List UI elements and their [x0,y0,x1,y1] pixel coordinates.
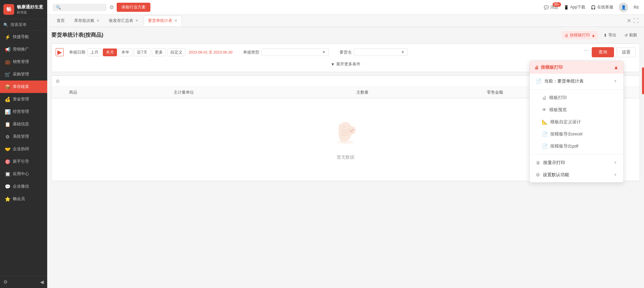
item-export-excel-left: 📄 按模板导出excel [542,131,582,137]
nav-label-qiye: 企业协同 [13,146,29,152]
item-display-print-left: 🖥 按显示打印 [536,160,565,166]
sidebar-item-qiyeweixin[interactable]: 💬 企业微信 [0,180,47,193]
sidebar-search[interactable]: 🔍 搜索菜单 [0,19,47,31]
tab-kucun-pizhang-close[interactable]: ✕ [96,19,99,23]
service-icon: 🎧 [591,5,596,10]
date-btn-7days[interactable]: 近7天 [134,49,150,56]
tab-yaohuo-close[interactable]: ✕ [174,19,177,23]
sidebar-item-qiye[interactable]: 🤝 企业协同 [0,143,47,155]
filter-expand-icon[interactable]: ▶ [56,48,64,56]
nav-icon-xinshou: 🎯 [4,159,11,164]
sidebar-item-jichu[interactable]: 📋 基础信息 [0,118,47,130]
nav-label-yingyong: 应用中心 [13,171,29,177]
logo-text: 畅康通好生意 标准版 [17,4,43,14]
sidebar-item-zijin[interactable]: 💰 资金管理 [0,93,47,105]
dropdown-title: 🖨 按模板打印 [534,64,563,70]
sidebar-item-xiaoshou[interactable]: 💼 销售管理 [0,56,47,68]
sound-icon[interactable]: ◀ [40,279,44,285]
dropdown-title-label: 按模板打印 [541,64,563,70]
trial-button[interactable]: 体验行业方案 [117,3,150,12]
dropdown-item-export-excel[interactable]: 📄 按模板导出excel [530,128,623,140]
filter-row-1: ▶ 单据日期 上月 本月 本年 近7天 更多 自定义 2023-06-01 至 … [56,47,636,57]
sidebar-item-kuaijie[interactable]: ⚡ 快捷导航 [0,31,47,43]
page-header: 要货单统计表(按商品) 🖨 按模板打印 ▲ ⬆ 导出 ↺ 刷新 [51,31,640,39]
print-icon: 🖨 [564,33,568,38]
item-export-pdf-label: 按模板导出pdf [550,143,578,149]
query-button[interactable]: 查询 [592,47,614,57]
logo-icon: 畅 [3,4,14,15]
topbar-gear-icon[interactable]: ⚙ [109,4,114,10]
sidebar-item-caigou[interactable]: 🛒 采购管理 [0,68,47,81]
sidebar-item-huiyuan[interactable]: ⭐ 畅会员 [0,193,47,205]
sidebar-item-kucun[interactable]: 📦 库存核算 [0,81,47,93]
export-button[interactable]: ⬆ 导出 [601,31,619,39]
print-template-button[interactable]: 🖨 按模板打印 ▲ [562,31,598,39]
yaohuo-select[interactable]: ▼ [354,49,408,56]
date-btn-bennian[interactable]: 本年 [118,49,133,56]
sidebar-item-xitong[interactable]: ⚙ 系统管理 [0,130,47,143]
topbar-right: 💬 消息 99+ 📱 App下载 🎧 在线客服 👤 Rit [544,3,639,12]
topbar-left: 🔍 ⚙ 体验行业方案 [53,3,540,12]
dropdown-section-display: 🖥 按显示打印 ▼ ⚙ 设置默认功能 ▼ [530,155,623,182]
dropdown-item-template-print[interactable]: 🖨 模板打印 [530,92,623,104]
date-btn-shangyu[interactable]: 上月 [87,49,101,56]
item-display-print-arrow: ▼ [613,160,617,165]
dropdown-section-current: 📄 当前：要货单统计表 ▼ [530,74,623,89]
online-service-button[interactable]: 🎧 在线客服 [591,4,613,10]
tab-home[interactable]: 首页 [53,16,69,26]
item-template-print-label: 模板打印 [549,95,567,101]
date-btn-benyue[interactable]: 本月 [103,49,117,56]
dropdown-item-template-preview[interactable]: 👁 模板预览 [530,104,623,116]
item-template-preview-label: 模板预览 [549,107,567,113]
tabs-close-icon[interactable]: ✕ [627,18,631,24]
nav-label-kuaijie: 快捷导航 [13,34,29,40]
item-template-design-label: 模板自定义设计 [550,119,581,125]
print-template-label: 按模板打印 [570,32,590,38]
item-export-excel-label: 按模板导出excel [550,131,582,137]
refresh-button[interactable]: ↺ 刷新 [622,31,640,39]
settings-button[interactable]: 设置 [617,47,636,57]
expand-more-label: 展开更多条件 [336,61,360,67]
yaohuo-label: 要货仓 [340,50,352,55]
dropdown-divider-1 [530,89,623,90]
dropdown-item-display-print[interactable]: 🖥 按显示打印 ▼ [530,157,623,169]
dropdown-current-item[interactable]: 📄 当前：要货单统计表 ▼ [530,75,623,87]
sidebar-item-xinshou[interactable]: 🎯 新手引导 [0,155,47,168]
dropdown-item-default-func[interactable]: ⚙ 设置默认功能 ▼ [530,169,623,181]
tab-kucun-pizhang[interactable]: 库存批次账 ✕ [70,16,104,26]
dropdown-current-label: 当前：要货单统计表 [544,78,584,84]
messages-button[interactable]: 💬 消息 99+ [544,4,558,10]
item-template-preview-icon: 👁 [542,107,547,113]
svg-point-1 [348,126,356,134]
page-content: 要货单统计表(按商品) 🖨 按模板打印 ▲ ⬆ 导出 ↺ 刷新 [47,27,644,288]
date-btn-custom[interactable]: 自定义 [167,49,185,56]
avatar[interactable]: 👤 [619,3,628,12]
tab-yaohuo[interactable]: 要货单统计表 ✕ [144,15,182,26]
sidebar-item-yingyong[interactable]: 🔲 应用中心 [0,168,47,180]
dropdown-print-icon: 🖨 [534,65,539,70]
table-gear-icon[interactable]: ⚙ [56,78,60,84]
nav-icon-qiye: 🤝 [4,147,11,152]
type-select[interactable]: ▼ [261,49,329,56]
date-btn-more[interactable]: 更多 [152,49,166,56]
settings-bottom-icon[interactable]: ⚙ [3,279,8,285]
dropdown-current-arrow: ▼ [613,79,617,84]
sidebar-item-yingxiao[interactable]: 📢 营销推广 [0,43,47,56]
sidebar-item-jingying[interactable]: 📊 经营管理 [0,105,47,118]
item-default-func-icon: ⚙ [536,172,540,178]
refresh-icon: ↺ [624,33,628,38]
tabs-expand-icon[interactable]: ⛶ [633,18,639,24]
nav-label-caigou: 采购管理 [13,71,29,77]
tabs-bar: 首页 库存批次账 ✕ 收发存汇总表 ✕ 要货单统计表 ✕ ✕ ⛶ [47,15,644,27]
more-options-icon[interactable]: ⋯ [584,47,589,57]
tab-shoufashui[interactable]: 收发存汇总表 ✕ [105,16,142,26]
tab-shoufashui-close[interactable]: ✕ [135,19,138,23]
dropdown-item-template-design[interactable]: 📐 模板自定义设计 [530,116,623,128]
scrollbar-thumb[interactable] [642,67,644,94]
app-download-button[interactable]: 📱 App下载 [564,4,585,10]
dropdown-item-export-pdf[interactable]: 📄 按模板导出pdf [530,140,623,152]
col-unit: 主计量单位 [170,87,352,98]
item-template-design-icon: 📐 [542,119,548,125]
dropdown-close-button[interactable]: ▲ [613,64,619,70]
topbar-search-box[interactable]: 🔍 [53,4,107,11]
